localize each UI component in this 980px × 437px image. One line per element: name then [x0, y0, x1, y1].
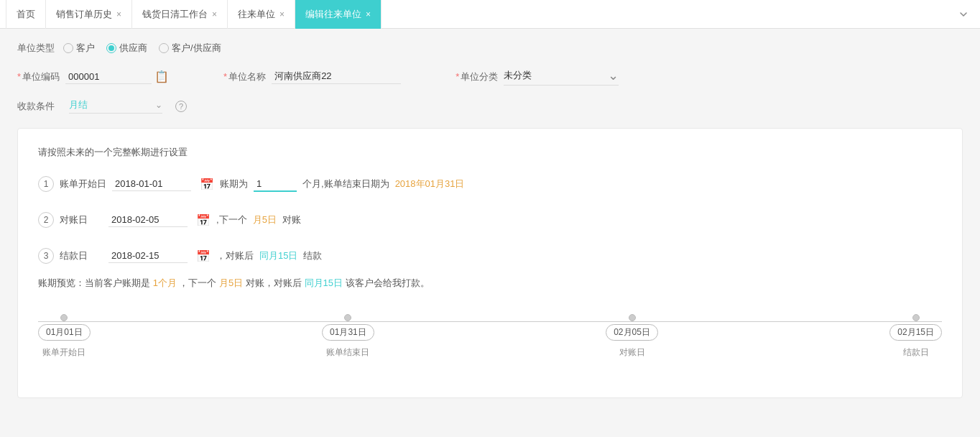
step-period-num[interactable] — [254, 177, 297, 192]
unit-name-star: * — [223, 71, 227, 82]
unit-category-group: * 单位分类 未分类 ⌄ — [456, 68, 619, 86]
step-date-1[interactable] — [112, 177, 191, 191]
timeline-dot-0 — [60, 314, 68, 321]
preview-3: 同月15日 — [305, 277, 343, 288]
preview-2: 月5日 — [219, 277, 243, 288]
copy-icon[interactable]: 📋 — [154, 70, 169, 83]
tab-partners[interactable]: 往来单位 × — [228, 0, 295, 29]
step-label-1: 账单开始日 — [60, 178, 106, 190]
tab-home[interactable]: 首页 — [6, 0, 46, 29]
payment-condition-select[interactable]: 月结 ⌄ — [69, 98, 162, 114]
tab-partners-label: 往来单位 — [238, 8, 275, 21]
timeline-dot-1 — [344, 314, 351, 321]
timeline-item-3: 02月15日 结款日 — [889, 314, 942, 359]
calendar-icon-1[interactable]: 📅 — [200, 178, 214, 191]
unit-code-star: * — [17, 71, 21, 82]
radio-customer-supplier-label: 客户/供应商 — [172, 42, 221, 55]
unit-category-value: 未分类 — [504, 69, 608, 82]
tab-cash-work[interactable]: 钱货日清工作台 × — [132, 0, 228, 29]
tabs-expand-button[interactable] — [953, 9, 974, 19]
calendar-icon-3[interactable]: 📅 — [196, 249, 211, 263]
tab-home-label: 首页 — [17, 8, 35, 21]
close-edit-partner[interactable]: × — [366, 10, 371, 19]
preview-label: 账期预览：当前客户账期是 — [38, 277, 150, 288]
timeline-item-0: 01月01日 账单开始日 — [38, 314, 91, 359]
unit-code-label: 单位编码 — [22, 70, 60, 83]
unit-category-chevron[interactable]: ⌄ — [608, 68, 619, 83]
step-label-2: 对账日 — [60, 213, 103, 226]
unit-type-row: 单位类型 客户 供应商 客户/供应商 — [17, 42, 963, 55]
close-sales-history[interactable]: × — [116, 10, 121, 19]
radio-supplier-label: 供应商 — [119, 42, 147, 55]
unit-fields-row: * 单位编码 📋 * 单位名称 * 单位分类 未分类 ⌄ — [17, 68, 963, 86]
unit-code-input[interactable] — [65, 70, 152, 84]
unit-name-input[interactable] — [272, 70, 401, 84]
step-num-3: 3 — [38, 248, 54, 264]
radio-customer[interactable]: 客户 — [63, 42, 95, 55]
timeline-dot-3 — [912, 314, 920, 321]
page-content: 单位类型 客户 供应商 客户/供应商 * 单位编码 📋 * 单位名称 — [0, 29, 980, 437]
step-row-2: 2 对账日 📅 ,下一个 月5日 对账 — [38, 212, 942, 228]
radio-supplier-circle — [106, 43, 116, 53]
tabs-bar: 首页 销售订单历史 × 钱货日清工作台 × 往来单位 × 编辑往来单位 × — [0, 0, 980, 29]
step-num-2: 2 — [38, 212, 54, 228]
unit-type-radio-group: 客户 供应商 客户/供应商 — [63, 42, 221, 55]
timeline-sublabel-0: 账单开始日 — [42, 346, 85, 359]
timeline-badge-0: 01月01日 — [38, 324, 91, 341]
step-label-3: 结款日 — [60, 249, 103, 262]
unit-name-label: 单位名称 — [228, 70, 266, 83]
radio-customer-supplier[interactable]: 客户/供应商 — [159, 42, 221, 55]
unit-category-label: 单位分类 — [461, 70, 498, 83]
radio-supplier[interactable]: 供应商 — [106, 42, 147, 55]
radio-customer-label: 客户 — [76, 42, 95, 55]
unit-category-star: * — [456, 71, 459, 82]
preview-sep2: 对账，对账后 — [246, 277, 302, 288]
help-icon[interactable]: ? — [175, 101, 187, 112]
step-date-2[interactable] — [108, 213, 188, 227]
unit-code-group: * 单位编码 📋 — [17, 70, 169, 84]
timeline-badge-1: 01月31日 — [322, 324, 374, 341]
step-row-3: 3 结款日 📅 ，对账后 同月15日 结款 — [38, 248, 942, 264]
preview-end: 该客户会给我打款。 — [346, 277, 430, 288]
step-num-1: 1 — [38, 176, 54, 192]
step-2-suffix: 对账 — [282, 213, 301, 226]
tab-edit-partner-label: 编辑往来单位 — [305, 8, 361, 21]
timeline-item-1: 01月31日 账单结束日 — [322, 314, 374, 359]
timeline-sublabel-1: 账单结束日 — [326, 346, 369, 359]
tab-sales-history-label: 销售订单历史 — [56, 8, 112, 21]
timeline-dot-2 — [629, 314, 636, 321]
unit-category-select[interactable]: 未分类 ⌄ — [504, 68, 619, 86]
step-2-highlight: 月5日 — [253, 213, 277, 226]
step-3-prefix: ，对账后 — [216, 249, 254, 262]
calendar-icon-2[interactable]: 📅 — [196, 213, 211, 227]
step-3-suffix: 结款 — [303, 249, 322, 262]
step-date-3[interactable] — [108, 249, 188, 263]
timeline-sublabel-2: 对账日 — [619, 346, 645, 359]
step-row-1: 1 账单开始日 📅 账期为 个月,账单结束日期为 2018年01月31日 — [38, 176, 942, 192]
unit-type-label: 单位类型 — [17, 42, 55, 55]
payment-condition-label: 收款条件 — [17, 100, 55, 113]
tab-cash-work-label: 钱货日清工作台 — [142, 8, 208, 21]
timeline-sublabel-3: 结款日 — [903, 346, 929, 359]
timeline-badge-2: 02月05日 — [606, 324, 658, 341]
tab-edit-partner[interactable]: 编辑往来单位 × — [295, 0, 382, 29]
payment-condition-chevron[interactable]: ⌄ — [155, 100, 162, 110]
timeline-item-2: 02月05日 对账日 — [606, 314, 658, 359]
radio-customer-circle — [63, 43, 73, 53]
tab-sales-history[interactable]: 销售订单历史 × — [46, 0, 132, 29]
section-instruction: 请按照未来的一个完整帐期进行设置 — [38, 146, 942, 159]
close-partners[interactable]: × — [279, 10, 285, 19]
close-cash-work[interactable]: × — [212, 10, 217, 19]
preview-text: 账期预览：当前客户账期是 1个月 ，下一个 月5日 对账，对账后 同月15日 该… — [38, 277, 942, 290]
preview-1: 1个月 — [153, 277, 177, 288]
step-1-end-date: 2018年01月31日 — [395, 178, 465, 190]
step-2-prefix: ,下一个 — [216, 213, 247, 226]
step-1-suffix: 个月,账单结束日期为 — [302, 178, 389, 190]
payment-condition-row: 收款条件 月结 ⌄ ? — [17, 98, 963, 114]
timeline-items: 01月01日 账单开始日 01月31日 账单结束日 02月05日 对账日 — [38, 314, 942, 359]
preview-sep1: ，下一个 — [179, 277, 216, 288]
radio-customer-supplier-circle — [159, 43, 169, 53]
timeline: 01月01日 账单开始日 01月31日 账单结束日 02月05日 对账日 — [38, 307, 942, 380]
period-settings-section: 请按照未来的一个完整帐期进行设置 1 账单开始日 📅 账期为 个月,账单结束日期… — [17, 128, 963, 398]
payment-condition-value: 月结 — [69, 98, 155, 111]
